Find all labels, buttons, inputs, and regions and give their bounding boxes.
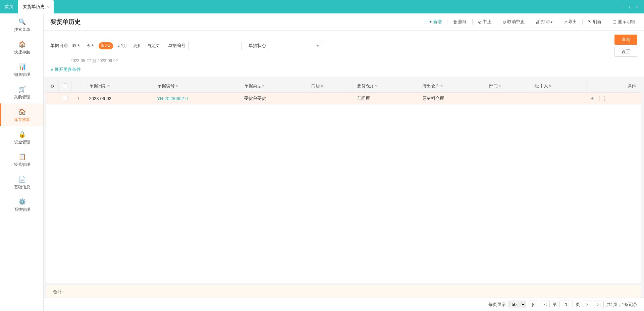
date-btn-more[interactable]: 更多 bbox=[131, 42, 143, 49]
stop-button[interactable]: ⊘ 中止 bbox=[476, 17, 493, 26]
print-button[interactable]: 🖨 打印 ▾ bbox=[534, 17, 554, 26]
sidebar-label-search-menu: 搜索菜单 bbox=[14, 27, 30, 33]
refresh-button[interactable]: ↻ 刷新 bbox=[586, 17, 603, 26]
export-label: 导出 bbox=[568, 19, 577, 25]
sidebar-item-sales[interactable]: 📊 销售管理 bbox=[0, 58, 43, 81]
col-store[interactable]: 门店⇅ bbox=[307, 80, 353, 93]
new-icon: ＋ bbox=[424, 19, 428, 25]
row-checkbox[interactable] bbox=[63, 96, 67, 100]
filter-settings-button[interactable]: 设置 bbox=[614, 47, 637, 57]
sort-icon-req-warehouse: ⇅ bbox=[375, 84, 378, 88]
per-page-select[interactable]: 50 100 bbox=[508, 301, 526, 308]
col-doc-number[interactable]: 单据编号⇅ bbox=[153, 80, 240, 93]
date-options: 昨天 今天 近7天 近1月 更多 自定义 bbox=[70, 42, 161, 49]
doc-status-filter: 单据状态 bbox=[249, 42, 322, 50]
sidebar-item-finance[interactable]: 🔒 资金管理 bbox=[0, 126, 43, 148]
next-page-button[interactable]: > bbox=[583, 301, 591, 308]
date-btn-custom[interactable]: 自定义 bbox=[145, 42, 161, 49]
finance-icon: 🔒 bbox=[18, 131, 26, 138]
stop-icon: ⊘ bbox=[478, 19, 482, 25]
col-department[interactable]: 部门⇅ bbox=[485, 80, 531, 93]
prev-page-button[interactable]: < bbox=[541, 301, 550, 308]
display-checkbox: ☐ bbox=[612, 19, 616, 25]
doc-number-label: 单据编号 bbox=[168, 43, 185, 49]
sidebar-label-finance: 资金管理 bbox=[14, 139, 30, 145]
col-doc-date[interactable]: 单据日期⇅ bbox=[85, 80, 153, 93]
header-checkbox[interactable] bbox=[63, 83, 67, 88]
doc-number-link[interactable]: YH-20230602-0 bbox=[157, 96, 188, 101]
data-table: ⚙ 单据日期⇅ 单据编号⇅ 单据类型⇅ bbox=[46, 80, 641, 104]
col-num bbox=[72, 80, 85, 93]
cancel-stop-button[interactable]: ⊘ 取消中止 bbox=[500, 17, 527, 26]
row-doc-number: YH-20230602-0 bbox=[153, 93, 240, 104]
new-button[interactable]: ＋ + 新增 bbox=[422, 17, 444, 26]
date-btn-1month[interactable]: 近1月 bbox=[115, 42, 129, 49]
export-icon: ↗ bbox=[564, 19, 567, 25]
date-btn-7days[interactable]: 近7天 bbox=[99, 42, 113, 49]
content-area: 要货单历史 ＋ + 新增 🗑 删除 ⊘ 中止 ⊘ bbox=[44, 13, 644, 311]
tab-close-icon[interactable]: × bbox=[47, 4, 49, 9]
query-button[interactable]: 查询 bbox=[614, 35, 637, 45]
search-menu-icon: 🔍 bbox=[18, 18, 26, 26]
sidebar-item-inventory[interactable]: 🏠 库存核算 bbox=[0, 103, 43, 126]
last-page-button[interactable]: >| bbox=[594, 301, 604, 308]
row-num: 1 bbox=[72, 93, 85, 104]
row-pending-warehouse: 原材料仓库 bbox=[418, 93, 485, 104]
col-action: 操作 bbox=[586, 80, 641, 93]
date-btn-today[interactable]: 今天 bbox=[85, 42, 97, 49]
tab-requisition-history[interactable]: 要货单历史 × bbox=[18, 0, 54, 13]
sidebar-item-purchase[interactable]: 🛒 采购管理 bbox=[0, 81, 43, 103]
doc-status-label: 单据状态 bbox=[249, 43, 266, 49]
sidebar-item-search-menu[interactable]: 🔍 搜索菜单 bbox=[0, 13, 43, 36]
expand-icon: ∨ bbox=[50, 67, 54, 72]
sidebar-item-basic-info[interactable]: 📄 基础信息 bbox=[0, 171, 43, 193]
display-detail-button[interactable]: ☐ 显示明细 bbox=[610, 17, 637, 26]
doc-number-input[interactable] bbox=[188, 42, 242, 50]
window-close-icon[interactable]: × bbox=[636, 4, 639, 9]
row-doc-type: 要货单要货 bbox=[240, 93, 307, 104]
sales-icon: 📊 bbox=[18, 63, 26, 71]
table-footer: 合计： bbox=[46, 286, 641, 298]
col-pending-warehouse[interactable]: 待出仓库⇅ bbox=[418, 80, 485, 93]
row-edit-icon[interactable]: ⊞ bbox=[590, 95, 595, 101]
first-page-button[interactable]: |< bbox=[529, 301, 538, 308]
print-icon: 🖨 bbox=[536, 19, 540, 25]
sidebar-item-operations[interactable]: 📋 经营管理 bbox=[0, 148, 43, 171]
col-settings[interactable]: ⚙ bbox=[46, 80, 59, 93]
operations-icon: 📋 bbox=[18, 153, 26, 161]
expand-filter[interactable]: ∨ 展开更多条件 bbox=[50, 66, 637, 73]
sidebar-item-quick-nav[interactable]: 🏠 快捷导航 bbox=[0, 36, 43, 58]
export-button[interactable]: ↗ 导出 bbox=[561, 17, 579, 26]
date-btn-yesterday[interactable]: 昨天 bbox=[70, 42, 83, 49]
doc-date-label: 单据日期 bbox=[50, 43, 68, 49]
window-minimize-icon[interactable]: － bbox=[621, 4, 626, 10]
top-bar: 首页 要货单历史 × － □ × bbox=[0, 0, 644, 13]
delete-button[interactable]: 🗑 删除 bbox=[451, 17, 469, 26]
expand-label: 展开更多条件 bbox=[55, 66, 81, 73]
total-info: 共1页，1条记录 bbox=[606, 302, 637, 308]
row-department bbox=[485, 93, 531, 104]
refresh-label: 刷新 bbox=[593, 19, 601, 25]
window-maximize-icon[interactable]: □ bbox=[630, 4, 632, 9]
row-handler bbox=[531, 93, 587, 104]
sidebar-item-system[interactable]: ⚙️ 系统管理 bbox=[0, 193, 43, 216]
tab-home-label: 首页 bbox=[5, 4, 13, 10]
sidebar-label-system: 系统管理 bbox=[14, 207, 30, 213]
sidebar-label-basic-info: 基础信息 bbox=[14, 184, 30, 190]
sidebar-label-sales: 销售管理 bbox=[14, 72, 30, 78]
divider-6 bbox=[582, 19, 583, 25]
row-more-icon[interactable]: ⋮⋮ bbox=[597, 95, 607, 101]
doc-date-filter: 单据日期 昨天 今天 近7天 近1月 更多 自定义 bbox=[50, 42, 161, 49]
tab-home[interactable]: 首页 bbox=[0, 0, 18, 13]
quick-nav-icon: 🏠 bbox=[18, 41, 26, 48]
page-number-input[interactable] bbox=[559, 301, 573, 308]
sidebar-label-operations: 经营管理 bbox=[14, 162, 30, 168]
row-req-warehouse: 车间库 bbox=[353, 93, 418, 104]
sort-icon-doc-type: ⇅ bbox=[262, 84, 265, 88]
col-req-warehouse[interactable]: 要货仓库⇅ bbox=[353, 80, 418, 93]
col-doc-type[interactable]: 单据类型⇅ bbox=[240, 80, 307, 93]
sort-icon-handler: ⇅ bbox=[549, 84, 551, 88]
col-handler[interactable]: 经手人⇅ bbox=[531, 80, 587, 93]
doc-status-select[interactable] bbox=[269, 42, 322, 50]
divider-5 bbox=[558, 19, 558, 25]
